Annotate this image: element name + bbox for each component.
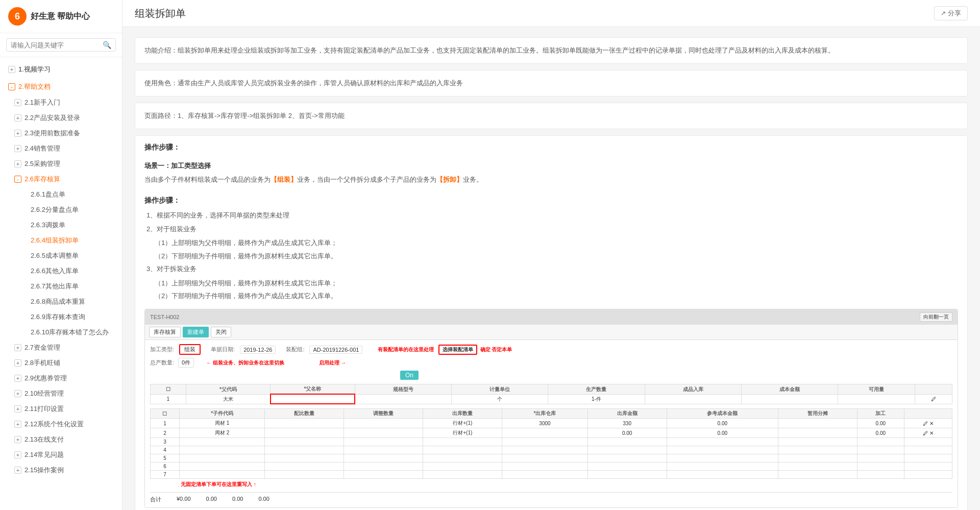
expand-icon-ss214: + <box>14 451 21 458</box>
sidebar-item-video-learning[interactable]: + 1.视频学习 <box>0 61 122 78</box>
sim-sub-row-7: 7 <box>151 471 952 479</box>
step2: 2、对于组装业务 <box>144 223 958 235</box>
sidebar-item-install[interactable]: + 2.2产品安装及登录 <box>0 110 122 126</box>
col-available: 可用量 <box>838 384 915 395</box>
sidebar-item-inventory-count[interactable]: 2.6.1盘点单 <box>8 187 122 202</box>
sim-main-row-1: 1 大米 个 1-件 🖉 <box>151 394 952 404</box>
sidebar: 6 好生意 帮助中心 🔍 + 1.视频学习 - 2.帮助文档 + 2.1新 <box>0 0 122 510</box>
inventory-sub-items: 2.6.1盘点单 2.6.2分量盘点单 2.6.3调拨单 2.6.4组装拆卸单 … <box>0 187 122 340</box>
search-box: 🔍 <box>6 38 116 52</box>
col-parent-code: *父代码 <box>186 384 271 395</box>
sim-sub-table: ☐ *子件代码 配比数量 调整数量 出库数量 *出库仓库 出库金额 参考成本金额… <box>150 408 952 479</box>
sidebar-item-assembly[interactable]: 2.6.4组装拆卸单 <box>8 233 122 248</box>
share-icon: ↗ <box>941 10 946 17</box>
col-unit: 计量单位 <box>452 384 548 395</box>
sidebar-item-print[interactable]: + 2.11打印设置 <box>0 401 122 417</box>
expand-icon-ss210: + <box>14 390 21 397</box>
sidebar-item-stock-error[interactable]: 2.6.10库存账本错了怎么办 <box>8 325 122 340</box>
sim-sub-table-area: ☐ *子件代码 配比数量 调整数量 出库数量 *出库仓库 出库金额 参考成本金额… <box>150 408 952 479</box>
annotation-2: ← 组装业务、拆卸业务在这里切换 <box>206 359 284 367</box>
step2-1: （1）上部明细为父件明细，最终作为产成品生成其它入库单； <box>144 237 958 249</box>
intro-block-3: 页面路径：1、库存核算->库存管理->组装拆卸单 2、首页->常用功能 <box>135 103 968 129</box>
sidebar-item-coupon[interactable]: + 2.9优惠券管理 <box>0 371 122 386</box>
expand-icon-ss212: + <box>14 421 21 428</box>
expand-icon-ss213: + <box>14 436 21 443</box>
step3-2: （2）下部明细为子件明细，最终作为产成品生成其它入库单。 <box>144 290 958 302</box>
sim-qty-value: 0件 <box>178 358 194 368</box>
sidebar-item-help-docs[interactable]: - 2.帮助文档 <box>0 79 122 95</box>
sidebar-item-purchase[interactable]: + 2.5采购管理 <box>0 156 122 172</box>
content-area: 功能介绍：组装拆卸单用来处理企业组装或拆卸等加工业务，支持有固定装配清单的产品加… <box>122 27 980 510</box>
expand-icon-ss22: + <box>14 114 21 122</box>
col-prod-qty: 生产数量 <box>548 384 645 395</box>
sim-qty-label: 总产数量: <box>150 359 174 367</box>
sidebar-item-stock-query[interactable]: 2.6.9库存账本查询 <box>8 309 122 325</box>
logo-icon: 6 <box>8 7 27 26</box>
col-action <box>915 384 952 395</box>
logo-text: 好生意 帮助中心 <box>31 11 90 22</box>
expand-icon-ss21: + <box>14 99 21 106</box>
nav-section-help-docs: - 2.帮助文档 + 2.1新手入门 + 2.2产品安装及登录 + 2.3使用前… <box>0 79 122 478</box>
sidebar-item-personalize[interactable]: + 2.12系统个性化设置 <box>0 417 122 432</box>
col-in-qty: 成品入库 <box>645 384 741 395</box>
sim-tab-inventory: 库存核算 <box>149 327 181 337</box>
search-input[interactable] <box>11 41 103 49</box>
expand-icon-ss28: + <box>14 359 21 367</box>
sidebar-item-cases[interactable]: + 2.15操作案例 <box>0 463 122 478</box>
step1: 1、根据不同的业务，选择不同单据的类型来处理 <box>144 209 958 221</box>
expand-icon-ss24: + <box>14 145 21 152</box>
expand-icon-ss215: + <box>14 467 21 474</box>
expand-icon-ss23: + <box>14 130 21 137</box>
sim-footer: 合计 ¥0.00 0.00 0.00 0.00 <box>150 492 952 503</box>
sim-sub-row-2: 2周材 2行材+(1)0.000.000.00🖉 ✕ <box>151 428 952 438</box>
screenshot-topbar-id: TEST-H002 <box>150 314 179 320</box>
sim-date-label: 单据日期: <box>211 346 235 353</box>
sidebar-item-data-prep[interactable]: + 2.3使用前数据准备 <box>0 126 122 141</box>
sim-assembly-label: 装配组: <box>286 346 304 353</box>
screenshot-container: TEST-H002 向前翻一页 库存核算 新建单 关闭 加工类型: 组装 单据日… <box>144 309 958 508</box>
logo-area: 6 好生意 帮助中心 <box>0 0 122 33</box>
sidebar-item-transfer[interactable]: 2.6.3调拨单 <box>8 217 122 233</box>
sidebar-item-sales[interactable]: + 2.4销售管理 <box>0 141 122 156</box>
sidebar-item-faq[interactable]: + 2.14常见问题 <box>0 447 122 463</box>
collapse-icon-s2: - <box>8 83 15 90</box>
scene1-desc: 当由多个子件材料组装成一个成品的业务为【组装】业务，当由一个父件拆分成多个子产品… <box>144 174 958 185</box>
sidebar-item-mgmt[interactable]: + 2.10经营管理 <box>0 386 122 401</box>
ops-heading: 操作步骤： <box>144 189 958 209</box>
sim-date-value: 2019-12-26 <box>240 346 276 354</box>
sidebar-item-partial-count[interactable]: 2.6.2分量盘点单 <box>8 202 122 217</box>
sidebar-item-other-in[interactable]: 2.6.6其他入库单 <box>8 263 122 279</box>
main-area: 组装拆卸单 ↗ 分享 功能介绍：组装拆卸单用来处理企业组装或拆卸等加工业务，支持… <box>122 0 980 510</box>
search-icon[interactable]: 🔍 <box>103 41 111 49</box>
sidebar-item-cost-adjust[interactable]: 2.6.5成本调整单 <box>8 248 122 263</box>
search-area: 🔍 <box>0 33 122 57</box>
expand-icon-ss25: + <box>14 160 21 167</box>
sim-main-table: ☐ *父代码 *父名称 规格型号 计量单位 生产数量 成品入库 成本金额 可用量 <box>150 384 952 404</box>
topbar: 组装拆卸单 ↗ 分享 <box>122 0 980 27</box>
sim-sub-row-5: 5 <box>151 454 952 463</box>
share-button[interactable]: ↗ 分享 <box>934 6 968 20</box>
sidebar-item-inventory[interactable]: - 2.6库存核算 <box>0 172 122 187</box>
step3: 3、对于拆装业务 <box>144 263 958 275</box>
sidebar-item-other-out[interactable]: 2.6.7其他出库单 <box>8 279 122 294</box>
collapse-icon-ss26: - <box>14 176 21 183</box>
sim-type-label: 加工类型: <box>150 346 174 353</box>
nav-section-video: + 1.视频学习 <box>0 61 122 78</box>
sim-tab-close: 关闭 <box>211 327 231 337</box>
col-spec: 规格型号 <box>355 384 451 395</box>
sidebar-item-finance[interactable]: + 2.7资金管理 <box>0 340 122 355</box>
col-parent-name: *父名称 <box>271 384 355 395</box>
intro-block-1: 功能介绍：组装拆卸单用来处理企业组装或拆卸等加工业务，支持有固定装配清单的产品加… <box>135 37 968 64</box>
nav-list: + 1.视频学习 - 2.帮助文档 + 2.1新手入门 + 2.2产品安装及登录… <box>0 57 122 510</box>
sim-sub-row-3: 3 <box>151 438 952 446</box>
page-title: 组装拆卸单 <box>135 7 186 20</box>
sim-type-select[interactable]: 组装 <box>179 344 201 355</box>
screenshot-topbar-btn: 向前翻一页 <box>920 312 952 322</box>
sidebar-item-beginner[interactable]: + 2.1新手入门 <box>0 95 122 110</box>
col-cost: 成本金额 <box>741 384 838 395</box>
sidebar-item-cost-recalc[interactable]: 2.6.8商品成本重算 <box>8 294 122 309</box>
col-check: ☐ <box>151 384 186 395</box>
on-badge: On <box>400 371 419 380</box>
sidebar-item-mobile[interactable]: + 2.8手机旺铺 <box>0 355 122 371</box>
sidebar-item-payment[interactable]: + 2.13在线支付 <box>0 432 122 447</box>
